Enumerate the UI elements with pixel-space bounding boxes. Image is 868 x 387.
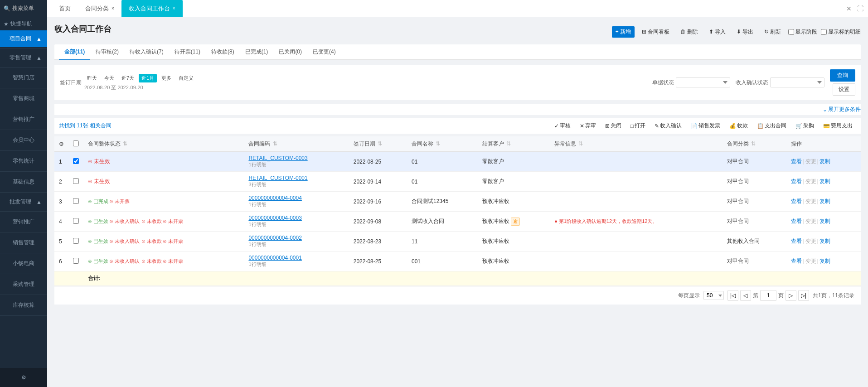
status-tab-closed[interactable]: 已关闭(0) <box>273 44 307 60</box>
action-btn-弃审[interactable]: ✕ 弃审 <box>576 121 600 131</box>
page-number-input[interactable] <box>760 290 776 301</box>
export-button[interactable]: ⬇ 导出 <box>733 26 757 38</box>
op-复制[interactable]: 复制 <box>820 218 830 224</box>
status-tab-changed[interactable]: 已变更(4) <box>307 44 341 60</box>
sidebar-item-project[interactable]: 项目合同▲ <box>0 30 47 47</box>
select-all-checkbox[interactable] <box>73 140 79 146</box>
sidebar-item-member[interactable]: 会员中心 <box>0 131 47 150</box>
action-btn-关闭[interactable]: ⊠ 关闭 <box>601 121 625 131</box>
sidebar-item-marketing2[interactable]: 营销推广 <box>0 213 47 231</box>
contract-code-link[interactable]: 0000000000004-0001 <box>248 255 344 261</box>
import-button[interactable]: ⬆ 导入 <box>705 26 729 38</box>
contract-code-link[interactable]: 0000000000004-0002 <box>248 235 344 241</box>
status-tab-pending_payment[interactable]: 待收款(8) <box>206 44 240 60</box>
contract-code-link[interactable]: RETAIL_CUSTOM-0003 <box>248 155 344 161</box>
delete-button[interactable]: 🗑 删除 <box>677 26 702 38</box>
tab-close-icon[interactable]: × <box>173 6 175 11</box>
row-checkbox[interactable] <box>68 192 83 212</box>
table-row[interactable]: 1 ⊙ 未生效 RETAIL_CUSTOM-0003 1行明细 2022-08-… <box>54 152 861 172</box>
status-tab-pending_review[interactable]: 待审核(2) <box>90 44 124 60</box>
expand-filter-button[interactable]: ⌄ 展开更多条件 <box>823 106 861 113</box>
first-page-button[interactable]: |◁ <box>727 290 738 301</box>
doc-status-select[interactable] <box>676 77 730 87</box>
kanban-button[interactable]: ⊞ 合同看板 <box>638 26 673 38</box>
tab-contract_type[interactable]: 合同分类× <box>78 0 121 17</box>
last-page-button[interactable]: ▷| <box>798 290 809 301</box>
sidebar-item-small_ecom[interactable]: 小畅电商 <box>0 254 47 273</box>
window-maximize-button[interactable]: ⛶ <box>857 5 863 12</box>
table-row[interactable]: 4 ⊙ 已生效⊙ 未收入确认⊙ 未收款⊙ 未开票 0000000000004-0… <box>54 212 861 232</box>
action-btn-收入确认[interactable]: ✎ 收入确认 <box>651 121 685 131</box>
action-btn-收款[interactable]: 💰 收款 <box>726 121 752 131</box>
action-btn-销售发票[interactable]: 📄 销售发票 <box>687 121 724 131</box>
refresh-button[interactable]: ↻ 刷新 <box>761 26 785 38</box>
sidebar-item-batch_mgmt[interactable]: 批发管理▲ <box>0 194 47 210</box>
row-checkbox[interactable] <box>68 172 83 192</box>
sidebar-item-marketing[interactable]: 营销推广 <box>0 110 47 129</box>
date-btn-1month[interactable]: 近1月 <box>139 74 157 82</box>
status-tab-pending_invoice[interactable]: 待开票(11) <box>169 44 206 60</box>
row-checkbox[interactable] <box>68 232 83 252</box>
op-复制[interactable]: 复制 <box>820 198 830 204</box>
table-row[interactable]: 5 ⊙ 已生效⊙ 未收入确认⊙ 未收款⊙ 未开票 0000000000004-0… <box>54 232 861 252</box>
op-查看[interactable]: 查看 <box>791 198 802 204</box>
add-button[interactable]: + 新增 <box>612 26 635 38</box>
th-checkbox[interactable] <box>68 136 83 152</box>
sidebar-quick-nav[interactable]: ★ 快捷导航 <box>0 17 47 30</box>
action-btn-支出合同[interactable]: 📋 支出合同 <box>753 121 790 131</box>
query-button[interactable]: 查询 <box>830 69 855 82</box>
date-btn-more[interactable]: 更多 <box>159 74 174 82</box>
sidebar-item-retail_mgmt[interactable]: 零售管理▲ <box>0 49 47 66</box>
action-btn-打开[interactable]: □ 打开 <box>627 121 649 131</box>
sidebar-item-purchase[interactable]: 采购管理 <box>0 275 47 294</box>
contract-code-link[interactable]: 0000000000004-0004 <box>248 195 344 201</box>
show-details-checkbox[interactable]: 显示标的明细 <box>821 28 861 36</box>
setting-button[interactable]: 设置 <box>833 83 855 96</box>
op-查看[interactable]: 查看 <box>791 238 802 244</box>
status-tab-pending_income[interactable]: 待收入确认(7) <box>124 44 169 60</box>
page-size-select[interactable]: 50 100 <box>703 291 724 300</box>
next-page-button[interactable]: ▷ <box>786 290 796 301</box>
sidebar-item-retail_stats[interactable]: 零售统计 <box>0 152 47 170</box>
action-btn-审核[interactable]: ✓ 审核 <box>551 121 574 131</box>
op-复制[interactable]: 复制 <box>820 178 830 184</box>
sidebar-item-retail_commerce[interactable]: 零售商城 <box>0 89 47 108</box>
prev-page-button[interactable]: ◁ <box>740 290 751 301</box>
table-row[interactable]: 2 ⊙ 未生效 RETAIL_CUSTOM-0001 3行明细 2022-09-… <box>54 172 861 192</box>
sidebar-item-smart_store[interactable]: 智慧门店 <box>0 68 47 87</box>
row-checkbox[interactable] <box>68 252 83 271</box>
contract-code-link[interactable]: 0000000000004-0003 <box>248 215 344 221</box>
tab-income_workbench[interactable]: 收入合同工作台× <box>121 0 183 17</box>
tab-home[interactable]: 首页 <box>52 0 78 17</box>
op-查看[interactable]: 查看 <box>791 218 802 224</box>
sidebar-item-inventory[interactable]: 库存核算 <box>0 296 47 314</box>
sidebar-item-sales_mgmt[interactable]: 销售管理 <box>0 233 47 252</box>
settings-item[interactable]: ⚙ <box>0 368 47 387</box>
income-confirm-select[interactable] <box>770 77 824 87</box>
row-checkbox[interactable] <box>68 152 83 172</box>
action-btn-采购[interactable]: 🛒 采购 <box>792 121 818 131</box>
date-btn-yesterday[interactable]: 昨天 <box>84 74 100 82</box>
window-close-button[interactable]: ✕ <box>846 5 852 12</box>
date-btn-today[interactable]: 今天 <box>102 74 117 82</box>
contract-code-link[interactable]: RETAIL_CUSTOM-0001 <box>248 175 344 181</box>
action-btn-费用支出[interactable]: 💳 费用支出 <box>820 121 856 131</box>
date-btn-7days[interactable]: 近7天 <box>119 74 137 82</box>
table-row[interactable]: 6 ⊙ 已生效⊙ 未收入确认⊙ 未收款⊙ 未开票 0000000000004-0… <box>54 252 861 271</box>
sidebar-item-basic_info[interactable]: 基础信息 <box>0 173 47 191</box>
op-查看[interactable]: 查看 <box>791 258 802 264</box>
op-复制[interactable]: 复制 <box>820 258 830 264</box>
status-tab-completed[interactable]: 已完成(1) <box>240 44 274 60</box>
tab-close-icon[interactable]: × <box>112 6 114 11</box>
show-stages-checkbox[interactable]: 显示阶段 <box>788 28 817 36</box>
th-settings[interactable]: ⚙ <box>54 136 68 152</box>
op-查看[interactable]: 查看 <box>791 178 802 184</box>
op-复制[interactable]: 复制 <box>820 238 830 244</box>
sidebar-search[interactable]: 🔍 搜索菜单 <box>0 0 47 17</box>
table-row[interactable]: 3 ⊙ 已完成⊙ 未开票 0000000000004-0004 1行明细 202… <box>54 192 861 212</box>
op-复制[interactable]: 复制 <box>820 158 830 164</box>
row-checkbox[interactable] <box>68 212 83 232</box>
date-btn-custom[interactable]: 自定义 <box>176 74 196 82</box>
status-tab-all[interactable]: 全部(11) <box>59 44 90 60</box>
op-查看[interactable]: 查看 <box>791 158 802 164</box>
